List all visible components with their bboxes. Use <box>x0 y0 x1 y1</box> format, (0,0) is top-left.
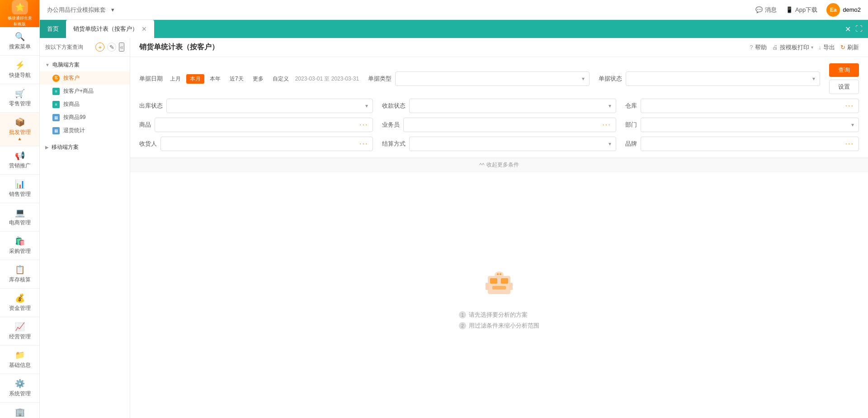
tab-close-window-btn[interactable]: ✕ <box>845 25 851 33</box>
recipient-control[interactable]: ··· <box>160 137 373 151</box>
user-menu[interactable]: Ea demo2 <box>826 3 861 17</box>
filter-row-1: 单据日期 上月 本月 本年 近7天 更多 自定义 2023-03-01 至 20… <box>139 63 859 94</box>
scheme-item-by-product[interactable]: ≡ 按商品 <box>40 98 130 111</box>
tabs-bar: 首页 销货单统计表（按客户） ✕ ✕ ⛶ <box>40 20 868 38</box>
finance-icon: 💰 <box>15 293 25 303</box>
salesman-dots: ··· <box>602 121 611 129</box>
sidebar-item-ecom[interactable]: 💻 电商管理 <box>0 203 40 232</box>
salesman-control[interactable]: ··· <box>403 118 616 132</box>
warehouse-control[interactable]: ··· <box>641 99 859 113</box>
template-print-btn[interactable]: 🖨 按模板打印 ▾ <box>772 43 813 52</box>
sidebar-item-quick[interactable]: ⚡ 快捷导航 <box>0 56 40 84</box>
tip-1-num: 1 <box>459 311 466 318</box>
sidebar-label-purchase: 采购管理 <box>9 247 31 255</box>
collapse-label: ^^ 收起更多条件 <box>479 161 519 169</box>
out-status-control[interactable]: ▾ <box>166 99 373 113</box>
svg-point-7 <box>497 273 499 275</box>
filter-row-4: 收货人 ··· 结算方式 ▾ 品牌 <box>139 137 859 151</box>
export-btn[interactable]: ↓ 导出 <box>819 43 835 52</box>
sidebar-item-marketing[interactable]: 📢 营销推广 <box>0 146 40 175</box>
scheme-collapse-btn[interactable]: « <box>119 43 124 52</box>
app-sub: 标账版 <box>14 21 26 27</box>
brand-label: 品牌 <box>625 140 637 148</box>
svg-point-8 <box>500 273 501 275</box>
refresh-label: 刷新 <box>847 43 859 52</box>
refresh-btn[interactable]: ↻ 刷新 <box>840 43 859 52</box>
warehouse-dots: ··· <box>845 102 854 110</box>
sidebar-label-quick: 快捷导航 <box>9 71 31 79</box>
sidebar-item-enterprise[interactable]: 🏢 企业协同 <box>0 403 40 418</box>
settlement-control[interactable]: ▾ <box>409 137 616 151</box>
app-download-btn[interactable]: 📱 App下载 <box>786 6 817 14</box>
scheme-item-by-product-99[interactable]: ▦ 按商品99 <box>40 111 130 124</box>
by-product-99-label: 按商品99 <box>63 114 85 121</box>
dept-control[interactable]: ▾ <box>641 118 859 132</box>
quick-icon: ⚡ <box>15 60 25 70</box>
setting-btn[interactable]: 设置 <box>829 80 859 94</box>
by-product-label: 按商品 <box>63 100 80 108</box>
sidebar-item-inventory[interactable]: 📋 库存核算 <box>0 260 40 289</box>
filter-section: 单据日期 上月 本月 本年 近7天 更多 自定义 2023-03-01 至 20… <box>130 57 868 158</box>
date-tab-this-month[interactable]: 本月 <box>186 74 204 84</box>
scheme-item-by-customer-product[interactable]: ≡ 按客户+商品 <box>40 85 130 98</box>
order-status-control[interactable]: ▾ <box>626 71 820 86</box>
tab-sales-stats[interactable]: 销货单统计表（按客户） ✕ <box>66 20 154 38</box>
sidebar-item-system[interactable]: ⚙️ 系统管理 <box>0 374 40 403</box>
product-control[interactable]: ··· <box>155 118 373 132</box>
date-tab-custom[interactable]: 自定义 <box>269 74 292 84</box>
message-btn[interactable]: 💬 消息 <box>755 6 777 14</box>
content-area: 按以下方案查询 + ✎ « ▼ 电脑端方案 客 按客户 ≡ <box>40 38 868 418</box>
order-status-chevron: ▾ <box>812 76 815 82</box>
date-tab-this-year[interactable]: 本年 <box>206 74 224 84</box>
date-tabs: 上月 本月 本年 近7天 更多 自定义 <box>166 74 292 84</box>
empty-illustration <box>476 260 522 305</box>
empty-tip-2: 2 用过滤条件来缩小分析范围 <box>459 322 539 330</box>
sidebar-item-purchase[interactable]: 🛍️ 采购管理 <box>0 232 40 260</box>
tab-close-btn[interactable]: ✕ <box>142 25 147 33</box>
date-tab-7days[interactable]: 近7天 <box>226 74 247 84</box>
settlement-field: 结算方式 ▾ <box>382 137 616 151</box>
breadcrumb-dropdown[interactable]: ▾ <box>111 6 114 13</box>
sidebar-item-operations[interactable]: 📈 经营管理 <box>0 317 40 346</box>
main-area: 办公用品行业模拟账套 ▾ 💬 消息 📱 App下载 Ea demo2 首页 销货… <box>40 0 868 418</box>
sidebar-item-search[interactable]: 🔍 搜索菜单 <box>0 27 40 56</box>
sidebar-item-base[interactable]: 📁 基础信息 <box>0 346 40 374</box>
tab-maximize-btn[interactable]: ⛶ <box>855 25 863 33</box>
by-product-99-icon: ▦ <box>52 114 60 121</box>
sidebar-label-wholesale: 批发管理 <box>9 128 31 136</box>
scheme-group-title-mobile[interactable]: ▶ 移动端方案 <box>40 141 130 154</box>
scheme-edit-btn[interactable]: ✎ <box>107 43 116 52</box>
svg-rect-3 <box>492 286 506 290</box>
order-status-field: 单据状态 ▾ <box>599 71 820 86</box>
dept-chevron: ▾ <box>851 122 854 128</box>
receipt-status-control[interactable]: ▾ <box>409 99 616 113</box>
collapse-bar[interactable]: ^^ 收起更多条件 <box>130 158 868 172</box>
ecom-icon: 💻 <box>15 208 25 218</box>
brand-dots: ··· <box>845 140 854 148</box>
by-product-icon: ≡ <box>52 101 60 108</box>
sidebar-label-operations: 经营管理 <box>9 333 31 341</box>
sidebar-item-sales[interactable]: 📊 销售管理 <box>0 175 40 203</box>
query-btn[interactable]: 查询 <box>829 63 859 77</box>
sidebar-item-retail[interactable]: 🛒 零售管理 <box>0 84 40 113</box>
system-icon: ⚙️ <box>15 379 25 389</box>
scheme-item-by-return[interactable]: ▦ 退货统计 <box>40 124 130 137</box>
order-type-control[interactable]: ▾ <box>395 71 590 86</box>
svg-rect-4 <box>486 283 489 290</box>
warehouse-label: 仓库 <box>625 102 637 110</box>
scheme-actions: + ✎ « <box>95 43 124 52</box>
tip-1-text: 请先选择要分析的方案 <box>469 311 528 319</box>
tab-home[interactable]: 首页 <box>40 20 66 38</box>
sidebar-item-finance[interactable]: 💰 资金管理 <box>0 289 40 317</box>
date-tab-last-month[interactable]: 上月 <box>166 74 184 84</box>
date-tab-more[interactable]: 更多 <box>249 74 267 84</box>
scheme-add-btn[interactable]: + <box>95 43 104 52</box>
brand-control[interactable]: ··· <box>641 137 859 151</box>
sidebar-item-wholesale[interactable]: 📦 批发管理 ▲ <box>0 113 40 146</box>
collapse-icon: ^^ <box>479 162 484 168</box>
help-btn[interactable]: ? 帮助 <box>750 43 766 52</box>
scheme-group-title-desktop[interactable]: ▼ 电脑端方案 <box>40 58 130 71</box>
app-icon: 📱 <box>786 6 793 13</box>
desktop-group-label: 电脑端方案 <box>52 61 80 69</box>
scheme-item-by-customer[interactable]: 客 按客户 <box>40 71 130 85</box>
